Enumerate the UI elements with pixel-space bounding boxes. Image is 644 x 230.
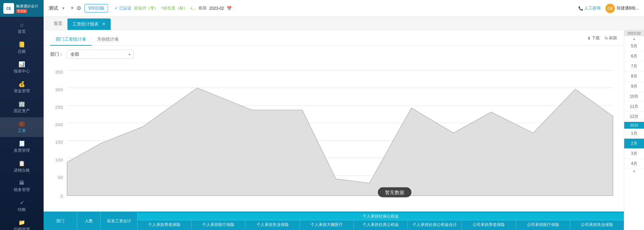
ledger-icon: 📒: [18, 41, 25, 48]
svg-text:100: 100: [55, 157, 63, 163]
sidebar-item-invoice[interactable]: 🧾发票管理: [0, 137, 44, 157]
download-btn[interactable]: ⬇ 下载: [587, 35, 600, 41]
add-icon[interactable]: +: [70, 5, 74, 12]
refresh-btn[interactable]: ↻ 刷新: [605, 35, 617, 41]
topbar-right: 📞 人工咨询 CE 轻捷通B组...: [578, 4, 639, 13]
sub-tabs: 部门工资统计表 月份统计表: [50, 34, 124, 45]
sidebar-item-ledger[interactable]: 📒总账: [0, 38, 44, 58]
date-down-btn[interactable]: ▼: [624, 169, 644, 174]
topbar-actions: + ⚙: [70, 5, 82, 12]
sidebar-item-settle[interactable]: ✓结账: [0, 196, 44, 216]
more-status: +...: [190, 6, 196, 11]
tax-icon: 🏛: [19, 180, 24, 186]
invoice-icon: 🧾: [18, 140, 25, 147]
help-button[interactable]: 📞 人工咨询: [578, 5, 600, 11]
app-logo: CE 畅康通好会计 专业版: [0, 0, 44, 17]
refresh-icon: ↻: [605, 36, 608, 41]
date-month-4[interactable]: 4月: [624, 159, 644, 169]
sidebar-item-tax[interactable]: 🏛税务管理: [0, 177, 44, 196]
svg-text:0: 0: [60, 194, 63, 199]
date-month-3[interactable]: 3月: [624, 149, 644, 159]
sidebar-item-home[interactable]: ⌂首页: [0, 18, 44, 38]
filter-row: 部门： 全部 财务部 销售部 技术部 行政部 ▼: [44, 46, 624, 63]
date-sidebar: 2023.02 ▲ 5月 6月 7月 8月 9月 10月 11月 12月 202…: [624, 30, 644, 230]
sidebar-label-home: 首页: [18, 29, 26, 35]
group-cols: 个人承担养老保险 个人承担医疗保险 个人承担失业保险 个人承担大额医疗 个人承担…: [138, 220, 624, 229]
date-up-btn[interactable]: ▲: [624, 36, 644, 41]
sidebar-item-sales[interactable]: 📋进销台账: [0, 157, 44, 177]
group-header-label: 个人承担社保公积金: [138, 213, 624, 220]
switch-old-btn[interactable]: 切到旧版: [85, 4, 108, 12]
date-year-header: 2023.02: [624, 30, 644, 36]
topbar-arrow-icon: ▼: [61, 6, 65, 11]
sidebar-label-reports: 报表中心: [14, 68, 30, 74]
user-name[interactable]: 轻捷通B组...: [617, 5, 639, 11]
tabbar: 首页 工资统计报表 ✕: [44, 17, 644, 30]
calendar-icon[interactable]: 📅: [227, 6, 232, 11]
content-panel: 部门工资统计表 月份统计表 ⬇ 下载 ↻ 刷新: [44, 30, 624, 230]
svg-text:250: 250: [55, 105, 63, 110]
business-status: +好生意（标）: [161, 5, 187, 11]
certified-status: ✓ 已认证: [115, 5, 131, 11]
sub-tab-dept[interactable]: 部门工资统计表: [50, 34, 92, 46]
chart-area-path: [67, 88, 613, 196]
sidebar-label-salary: 工资: [18, 128, 26, 134]
user-area: CE 轻捷通B组...: [605, 4, 639, 13]
date-month-10[interactable]: 10月: [624, 92, 644, 102]
settings-icon[interactable]: ⚙: [76, 5, 81, 11]
col-company-unemployment: 公司承担失业保险: [570, 220, 624, 229]
topbar-status: ✓ 已认证 好会计（专） +好生意（标） +... 账期 2023-02 📅: [115, 5, 231, 11]
good-accounting-status: 好会计（专）: [134, 5, 158, 11]
date-month-6[interactable]: 6月: [624, 51, 644, 61]
tab-close-icon[interactable]: ✕: [102, 21, 106, 27]
dept-select-wrapper: 全部 财务部 销售部 技术部 行政部 ▼: [67, 50, 134, 59]
svg-text:200: 200: [55, 122, 63, 127]
dept-select[interactable]: 全部 财务部 销售部 技术部 行政部: [67, 50, 134, 59]
table-footer: 部门 人数 应发工资合计 个人承担社保公积金 个人承担养老保险 个人承担医疗保险…: [44, 212, 624, 230]
date-month-7[interactable]: 7月: [624, 61, 644, 72]
topbar: 测试 ▼ + ⚙ 切到旧版 ✓ 已认证 好会计（专） +好生意（标） +... …: [44, 0, 644, 17]
content-area: 部门工资统计表 月份统计表 ⬇ 下载 ↻ 刷新: [44, 30, 644, 230]
sidebar-label-assets: 固定资产: [14, 108, 30, 114]
date-month-5[interactable]: 5月: [624, 41, 644, 51]
sidebar-label-sales: 进销台账: [14, 168, 30, 173]
archive-icon: 📁: [18, 219, 25, 226]
sub-tab-monthly[interactable]: 月份统计表: [92, 34, 124, 46]
home-icon: ⌂: [20, 22, 23, 28]
main-area: 测试 ▼ + ⚙ 切到旧版 ✓ 已认证 好会计（专） +好生意（标） +... …: [44, 0, 644, 230]
salary-icon: 💼: [18, 121, 25, 127]
sidebar-label-funds: 资金管理: [14, 88, 30, 94]
phone-icon: 📞: [578, 6, 583, 11]
sidebar-item-salary[interactable]: 💼工资: [0, 117, 44, 137]
col-personal-housing-fund: 个人承担住房公积金: [354, 220, 408, 229]
chart-area: 350 300 250 200 150 100 50 0: [44, 63, 624, 212]
tab-salary-stats[interactable]: 工资统计报表 ✕: [67, 18, 111, 30]
date-month-12[interactable]: 12月: [624, 112, 644, 122]
sidebar-item-reports[interactable]: 📊报表中心: [0, 58, 44, 78]
date-month-2-active[interactable]: 2月: [624, 139, 644, 149]
settle-icon: ✓: [20, 199, 24, 206]
col-dept: 部门: [44, 212, 77, 230]
logo-text: 畅康通好会计 专业版: [16, 4, 38, 13]
date-month-1[interactable]: 1月: [624, 129, 644, 139]
period-value: 2023-02: [209, 6, 224, 11]
col-count: 人数: [77, 212, 101, 230]
svg-text:50: 50: [58, 175, 63, 180]
svg-text:150: 150: [55, 140, 63, 145]
sidebar-item-archive[interactable]: 📁归档管理: [0, 216, 44, 230]
date-month-11[interactable]: 11月: [624, 102, 644, 112]
sub-tabbar: 部门工资统计表 月份统计表 ⬇ 下载 ↻ 刷新: [44, 30, 624, 46]
tab-home[interactable]: 首页: [49, 18, 67, 30]
sidebar-item-assets[interactable]: 🏢固定资产: [0, 97, 44, 117]
col-personal-unemployment: 个人承担失业保险: [246, 220, 300, 229]
sidebar-label-invoice: 发票管理: [14, 148, 30, 153]
assets-icon: 🏢: [18, 101, 25, 107]
sidebar: CE 畅康通好会计 专业版 ⌂首页📒总账📊报表中心💰资金管理🏢固定资产💼工资🧾发…: [0, 0, 44, 230]
date-month-8[interactable]: 8月: [624, 72, 644, 82]
col-personal-medical: 个人承担医疗保险: [192, 220, 246, 229]
date-month-9[interactable]: 9月: [624, 82, 644, 92]
date-year-2023: 2023: [624, 122, 644, 129]
sidebar-item-funds[interactable]: 💰资金管理: [0, 78, 44, 97]
sidebar-label-tax: 税务管理: [14, 187, 30, 193]
filter-label: 部门：: [50, 51, 63, 57]
